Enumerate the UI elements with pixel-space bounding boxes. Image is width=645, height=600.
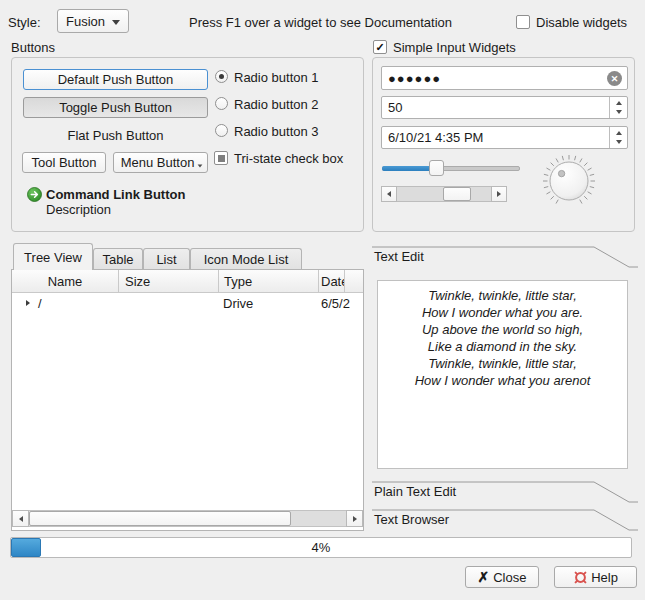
tree-cell-name: / <box>38 296 42 311</box>
tree-header-type[interactable]: Type <box>219 270 319 293</box>
spinbox-input[interactable]: 50 <box>381 96 628 119</box>
style-label: Style: <box>8 15 41 30</box>
datetime-buttons[interactable] <box>609 127 627 148</box>
command-link-button[interactable]: Command Link Button <box>46 187 185 202</box>
help-button-label: Help <box>591 570 618 585</box>
radio-button-2-label[interactable]: Radio button 2 <box>234 97 319 112</box>
tab-list-label: List <box>156 252 176 267</box>
slider-handle[interactable] <box>429 160 444 176</box>
tree-header-size[interactable]: Size <box>119 270 219 293</box>
simple-input-widgets-checkbox[interactable]: ✓ <box>373 40 387 54</box>
slider-fill <box>382 166 435 171</box>
help-lifebuoy-icon <box>573 570 588 585</box>
input-scrollbar[interactable] <box>381 186 507 202</box>
tool-button-label: Tool Button <box>31 155 96 170</box>
tree-cell-type: Drive <box>223 296 253 311</box>
dial-knob <box>550 162 588 200</box>
poem-line: Twinkle, twinkle, little star, <box>378 355 627 372</box>
dial-indicator-dot <box>558 170 564 176</box>
disable-widgets-checkbox[interactable] <box>516 15 530 29</box>
tree-scrollbar[interactable] <box>12 510 363 527</box>
spinbox-value: 50 <box>388 100 402 115</box>
toolbox-section-text-browser[interactable]: Text Browser <box>374 512 449 527</box>
flat-push-button[interactable]: Flat Push Button <box>23 128 208 143</box>
check-icon: ✓ <box>375 41 384 54</box>
progress-bar: 4% <box>10 537 632 558</box>
tab-icon-mode-list[interactable]: Icon Mode List <box>190 248 302 270</box>
toolbox-section-plain-text-edit[interactable]: Plain Text Edit <box>374 484 456 499</box>
buttons-group-title: Buttons <box>11 40 55 55</box>
tree-scrollbar-thumb[interactable] <box>29 511 291 526</box>
tab-table-label: Table <box>102 252 133 267</box>
default-push-button[interactable]: Default Push Button <box>23 69 208 90</box>
disable-widgets-label[interactable]: Disable widgets <box>536 15 627 30</box>
tree-header-date[interactable]: Date <box>319 270 345 293</box>
toggle-push-button-label: Toggle Push Button <box>59 100 172 115</box>
tree-cell-date: 6/5/2 <box>321 296 350 311</box>
style-combobox-value: Fusion <box>66 14 105 29</box>
tree-header-date-label: Date <box>321 274 345 289</box>
tri-state-checkbox-label[interactable]: Tri-state check box <box>234 151 343 166</box>
password-dots: ●●●●●● <box>388 71 441 86</box>
radio-button-1-label[interactable]: Radio button 1 <box>234 70 319 85</box>
text-edit-area[interactable]: Twinkle, twinkle, little star, How I won… <box>377 280 628 469</box>
scrollbar-thumb[interactable] <box>443 187 471 201</box>
tri-state-checkbox[interactable] <box>214 151 228 165</box>
tree-scroll-left-icon[interactable] <box>12 510 29 527</box>
radio-button-2[interactable] <box>215 97 228 110</box>
clear-text-icon[interactable]: ✕ <box>607 71 622 86</box>
tool-button[interactable]: Tool Button <box>22 152 106 173</box>
datetime-value: 6/10/21 4:35 PM <box>388 130 483 145</box>
poem-line: Like a diamond in the sky. <box>378 338 627 355</box>
toolbox-section-text-edit[interactable]: Text Edit <box>374 249 424 264</box>
tab-table[interactable]: Table <box>93 248 143 270</box>
scroll-right-icon[interactable] <box>491 186 507 202</box>
table-row[interactable]: / Drive 6/5/2 <box>12 293 363 313</box>
close-button[interactable]: ✗ Close <box>465 566 539 588</box>
poem-line: Up above the world so high, <box>378 321 627 338</box>
tree-header-name-label: Name <box>48 274 83 289</box>
close-button-label: Close <box>493 570 526 585</box>
tab-list[interactable]: List <box>143 248 190 270</box>
simple-input-widgets-title[interactable]: Simple Input Widgets <box>393 40 516 55</box>
datetime-up-icon[interactable] <box>616 131 622 135</box>
poem-line: How I wonder what you are. <box>378 304 627 321</box>
password-input[interactable]: ●●●●●● ✕ <box>381 66 628 90</box>
chevron-down-icon <box>112 20 120 25</box>
f1-hint-text: Press F1 over a widget to see Documentat… <box>189 15 452 30</box>
spinbox-buttons[interactable] <box>609 97 627 118</box>
command-link-arrow-icon <box>27 187 42 202</box>
tree-header-name[interactable]: Name <box>12 270 119 293</box>
command-link-description[interactable]: Description <box>46 202 111 217</box>
menu-button-label: Menu Button <box>121 155 195 170</box>
radio-button-3-label[interactable]: Radio button 3 <box>234 124 319 139</box>
tree-header-type-label: Type <box>224 274 252 289</box>
tree-scroll-right-icon[interactable] <box>346 510 363 527</box>
menu-arrow-icon <box>198 164 203 167</box>
radio-button-3[interactable] <box>215 124 228 137</box>
tab-tree-view-label: Tree View <box>24 250 82 265</box>
tri-state-partial-mark <box>218 155 225 162</box>
default-push-button-label: Default Push Button <box>58 72 174 87</box>
scroll-left-icon[interactable] <box>381 186 397 202</box>
menu-button[interactable]: Menu Button <box>113 152 208 173</box>
tree-header-size-label: Size <box>125 274 150 289</box>
help-button[interactable]: Help <box>554 566 637 588</box>
datetime-down-icon[interactable] <box>616 140 622 144</box>
toggle-push-button[interactable]: Toggle Push Button <box>23 97 208 118</box>
close-x-icon: ✗ <box>478 570 490 584</box>
spin-up-icon[interactable] <box>616 101 622 105</box>
progress-label: 4% <box>11 540 631 555</box>
tab-icon-mode-list-label: Icon Mode List <box>204 252 289 267</box>
spin-down-icon[interactable] <box>616 110 622 114</box>
tab-tree-view[interactable]: Tree View <box>13 243 93 270</box>
datetime-input[interactable]: 6/10/21 4:35 PM <box>381 126 628 149</box>
radio-dot <box>219 74 224 79</box>
poem-line: Twinkle, twinkle, little star, <box>378 287 627 304</box>
tree-header-filler <box>345 270 363 293</box>
radio-button-1[interactable] <box>215 70 228 83</box>
style-combobox[interactable]: Fusion <box>57 9 129 33</box>
dial[interactable] <box>540 152 598 210</box>
widget-gallery-window: Style: Fusion Press F1 over a widget to … <box>0 0 645 600</box>
expand-arrow-icon[interactable] <box>26 300 30 306</box>
